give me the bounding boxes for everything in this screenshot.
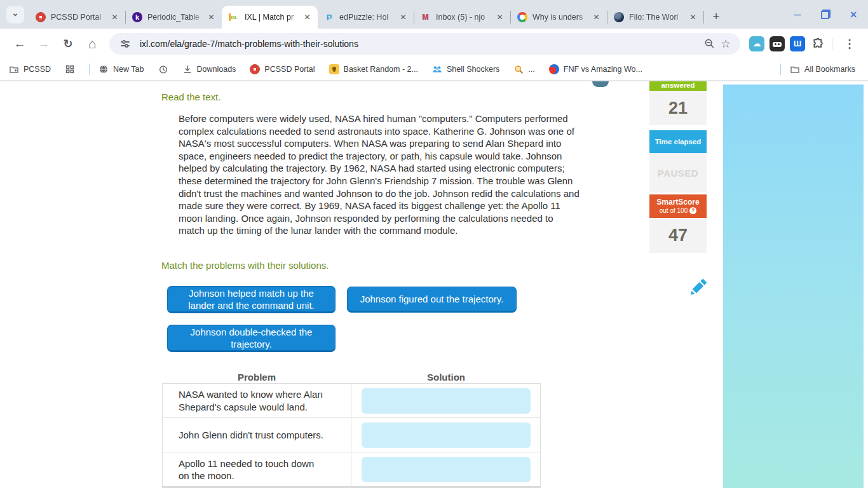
managed-folder-icon [9, 64, 19, 74]
gmail-favicon [421, 12, 431, 22]
tab-google-search[interactable]: Why is unders [511, 6, 607, 29]
all-bookmarks-button[interactable]: All Bookmarks [790, 64, 855, 74]
wordwall-extension-icon[interactable] [790, 36, 805, 51]
pcssd-portal-favicon [250, 64, 260, 74]
tab-title: edPuzzle: Hol [339, 13, 395, 22]
answer-tile-lander-command[interactable]: Johnson helped match up the lander and t… [167, 286, 336, 313]
chrome-menu-icon[interactable] [840, 34, 859, 53]
forward-button[interactable] [34, 34, 53, 53]
site-settings-icon[interactable] [117, 36, 133, 52]
problem-cell: Apollo 11 needed to touch down on the mo… [163, 452, 351, 487]
smartscore-header: SmartScore out of 100 ? [649, 194, 707, 218]
tab-title: Filo: The Worl [629, 13, 685, 22]
bookmark-search-more[interactable]: ... [513, 64, 534, 74]
mascot-extension-icon[interactable] [770, 36, 785, 51]
tab-pcssd-portal[interactable]: PCSSD Portal [29, 6, 125, 29]
matching-table: NASA wanted to know where Alan Shepard's… [162, 383, 541, 486]
tab-title: Periodic_Table [147, 13, 203, 22]
answer-tile-figured-trajectory[interactable]: Johnson figured out the trajectory. [347, 287, 517, 313]
history-button[interactable] [158, 64, 168, 74]
bookmark-label: FNF vs Amazing Wo... [564, 65, 642, 74]
tab-title: PCSSD Portal [51, 13, 107, 22]
tab-bar: PCSSD Portal Periodic_Table IXL | Match … [0, 0, 868, 29]
tab-filo[interactable]: Filo: The Worl [607, 6, 703, 29]
bookmark-fnf[interactable]: FNF vs Amazing Wo... [549, 64, 642, 74]
close-tab-icon[interactable] [109, 12, 120, 23]
navigation-bar: ixl.com/ela/grade-7/match-problems-with-… [0, 29, 868, 58]
reading-passage: Before computers were widely used, NASA … [179, 112, 580, 237]
bookmark-label: All Bookmarks [804, 65, 855, 74]
bookmark-label: PCSSD [24, 65, 51, 74]
url-text[interactable]: ixl.com/ela/grade-7/match-problems-with-… [140, 39, 701, 49]
answer-tile-label: Johnson double-checked the trajectory. [184, 326, 319, 350]
smartscore-value: 47 [668, 226, 688, 245]
folder-icon [790, 64, 800, 74]
bookmark-label: PCSSD Portal [264, 65, 315, 74]
time-elapsed-header: Time elapsed [649, 130, 707, 153]
bookmark-pcssd-portal[interactable]: PCSSD Portal [250, 64, 315, 74]
toolbar-separator [832, 38, 832, 50]
reload-button[interactable] [58, 34, 78, 53]
bookmark-new-tab[interactable]: New Tab [98, 64, 144, 74]
search-icon [513, 64, 524, 74]
help-icon[interactable]: ? [689, 207, 696, 214]
cloud-extension-icon[interactable] [749, 36, 764, 51]
bookmarks-separator [89, 64, 90, 75]
solution-dropzone[interactable] [362, 457, 531, 482]
answer-tile-double-checked[interactable]: Johnson double-checked the trajectory. [167, 325, 336, 352]
tab-periodic-table[interactable]: Periodic_Table [126, 6, 222, 29]
apps-grid-button[interactable] [65, 64, 75, 74]
back-button[interactable] [10, 34, 29, 53]
tab-ixl-active[interactable]: IXL | Match pr [222, 6, 318, 29]
close-tab-icon[interactable] [688, 12, 698, 23]
close-tab-icon[interactable] [398, 12, 409, 23]
apps-grid-icon [65, 64, 75, 74]
solution-column-header: Solution [351, 372, 541, 383]
close-tab-icon[interactable] [206, 12, 217, 23]
shell-shockers-favicon [432, 64, 442, 74]
bookmark-pcssd-folder[interactable]: PCSSD [9, 64, 51, 74]
bookmark-label: Shell Shockers [447, 65, 499, 74]
tab-search-button[interactable] [6, 6, 24, 24]
minimize-window-button[interactable] [792, 9, 803, 20]
home-button[interactable] [83, 34, 102, 53]
questions-answered-header: answered [649, 81, 707, 91]
decorative-side-panel [723, 85, 864, 488]
smartscore-value-block: 47 [649, 218, 707, 253]
close-tab-icon[interactable] [302, 12, 313, 23]
bookmarks-right-group: All Bookmarks [780, 64, 859, 75]
google-favicon [517, 12, 527, 22]
pcssd-portal-favicon [36, 12, 46, 22]
ixl-page-content: Read the text. Before computers were wid… [0, 81, 868, 488]
restore-window-button[interactable] [820, 9, 831, 20]
bookmark-star-icon[interactable] [717, 36, 734, 52]
problem-cell: NASA wanted to know where Alan Shepard's… [163, 384, 351, 417]
tab-title: Why is unders [532, 13, 588, 22]
problem-text: Apollo 11 needed to touch down on the mo… [179, 458, 316, 482]
bookmark-label: ... [528, 65, 534, 74]
smartscore-subtitle: out of 100 ? [660, 207, 696, 215]
browser-window: PCSSD Portal Periodic_Table IXL | Match … [0, 0, 868, 488]
globe-icon [98, 64, 109, 74]
tab-gmail-inbox[interactable]: Inbox (5) - njo [414, 6, 510, 29]
address-bar[interactable]: ixl.com/ela/grade-7/match-problems-with-… [109, 33, 740, 55]
tab-title: IXL | Match pr [245, 13, 299, 22]
zoom-out-icon[interactable] [701, 36, 717, 52]
close-tab-icon[interactable] [591, 12, 602, 23]
solution-dropzone[interactable] [362, 423, 531, 448]
new-tab-button[interactable] [708, 8, 724, 25]
bookmark-basket-random[interactable]: Basket Random - 2... [329, 64, 418, 74]
fnf-favicon [549, 64, 559, 74]
tab-edpuzzle[interactable]: edPuzzle: Hol [318, 6, 414, 29]
solution-dropzone[interactable] [362, 388, 531, 414]
close-tab-icon[interactable] [494, 12, 505, 23]
bookmark-downloads[interactable]: Downloads [182, 64, 236, 74]
answered-count-block: 21 [649, 91, 707, 125]
close-window-button[interactable] [848, 9, 859, 20]
problem-cell: John Glenn didn't trust computers. [163, 418, 351, 452]
bookmark-shell-shockers[interactable]: Shell Shockers [432, 64, 499, 74]
bookmarks-bar: PCSSD New Tab Downloads PCSS [0, 58, 868, 81]
problem-text: NASA wanted to know where Alan Shepard's… [179, 388, 326, 413]
answer-tile-label: Johnson helped match up the lander and t… [184, 287, 319, 311]
extensions-puzzle-icon[interactable] [810, 36, 827, 52]
